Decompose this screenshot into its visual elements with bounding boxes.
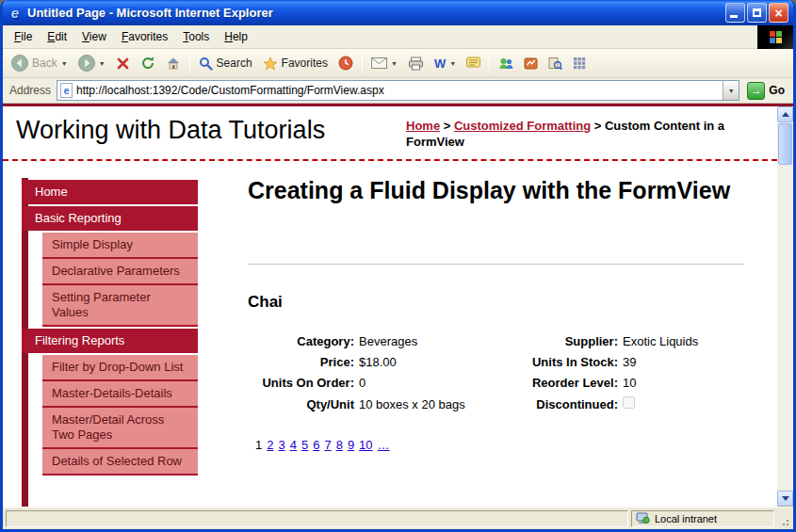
pager-link[interactable]: 4 (290, 438, 297, 452)
page-title: Creating a Fluid Display with the FormVi… (248, 178, 744, 203)
search-label: Search (217, 56, 252, 70)
field-value: 10 (623, 376, 744, 390)
chart-tool-button[interactable] (519, 54, 543, 73)
sidebar-item-master-detail-across-two-pages[interactable]: Master/Detail Across Two Pages (42, 408, 198, 449)
field-value: 0 (359, 376, 508, 390)
edit-word-icon: W (434, 56, 446, 71)
favorites-button[interactable]: Favorites (258, 54, 333, 73)
menu-item-help[interactable]: Help (217, 26, 255, 47)
back-button[interactable]: Back ▼ (7, 52, 73, 74)
site-title: Working with Data Tutorials (16, 116, 325, 145)
scroll-up-button[interactable] (777, 106, 793, 122)
print-button[interactable] (403, 54, 429, 73)
field-label: Qty/Unit (248, 397, 359, 411)
local-intranet-icon (636, 512, 650, 524)
menu-bar: File Edit View Favorites Tools Help (3, 25, 793, 49)
menu-item-view[interactable]: View (74, 26, 114, 47)
messenger-button[interactable] (494, 54, 518, 73)
pager-link[interactable]: 8 (336, 438, 343, 452)
pager-link[interactable]: 7 (324, 438, 331, 452)
scrollbar-track[interactable] (777, 122, 793, 491)
field-label: Supplier: (508, 334, 623, 348)
pager-link[interactable]: 5 (301, 438, 308, 452)
main-content: Creating a Fluid Display with the FormVi… (248, 174, 744, 452)
pager: 12345678910… (248, 438, 744, 452)
discuss-button[interactable] (462, 54, 485, 73)
go-button[interactable]: → Go (745, 82, 787, 100)
maximize-button[interactable] (747, 3, 767, 23)
minimize-button[interactable] (725, 3, 745, 23)
refresh-icon (140, 56, 155, 71)
resize-grip[interactable] (777, 510, 790, 527)
sidebar-item-details-of-selected-row[interactable]: Details of Selected Row (42, 449, 198, 476)
search-button[interactable]: Search (194, 54, 257, 73)
favorites-label: Favorites (282, 56, 328, 70)
standard-toolbar: Back ▼ ▼ Search Favorites (3, 49, 793, 78)
history-button[interactable] (333, 53, 358, 73)
sidebar-item-declarative-parameters[interactable]: Declarative Parameters (42, 259, 198, 285)
go-label: Go (769, 84, 785, 97)
forward-button[interactable]: ▼ (73, 52, 110, 74)
pager-link[interactable]: 10 (359, 438, 372, 452)
back-label: Back (32, 56, 57, 70)
menu-item-favorites[interactable]: Favorites (114, 26, 175, 47)
minimize-icon (730, 15, 738, 18)
mail-button[interactable]: ▼ (366, 55, 402, 72)
field-value: 39 (623, 355, 744, 369)
pager-link[interactable]: 3 (278, 438, 284, 452)
toolbar-separator (362, 53, 363, 73)
page-icon: e (60, 83, 73, 98)
web-page: Working with Data Tutorials Home > Custo… (3, 106, 777, 507)
breadcrumb-separator: > (444, 119, 451, 133)
toolbar-separator (489, 53, 490, 73)
home-button[interactable] (161, 53, 186, 73)
breadcrumb-separator: > (594, 119, 602, 133)
sidebar-item-master-details-details[interactable]: Master-Details-Details (42, 381, 198, 408)
refresh-button[interactable] (136, 53, 160, 73)
breadcrumb-link-customized-formatting[interactable]: Customized Formatting (454, 119, 591, 133)
sidebar-item-simple-display[interactable]: Simple Display (42, 233, 198, 259)
mail-icon (371, 57, 387, 69)
go-arrow-icon: → (747, 82, 765, 100)
research-button[interactable] (544, 54, 567, 73)
sidebar-item-setting-parameter-values[interactable]: Setting Parameter Values (42, 285, 198, 327)
status-bar: Local intranet (3, 507, 793, 529)
breadcrumb-link-home[interactable]: Home (406, 119, 440, 133)
scroll-down-button[interactable] (777, 491, 793, 507)
breadcrumb: Home > Customized Formatting > Custom Co… (406, 118, 745, 150)
pager-link[interactable]: 9 (348, 438, 354, 452)
field-label: Price: (248, 355, 359, 369)
title-bar[interactable]: e Untitled Page - Microsoft Internet Exp… (3, 0, 793, 25)
field-label: Units On Order: (248, 376, 359, 390)
menu-item-tools[interactable]: Tools (175, 26, 217, 47)
address-dropdown-button[interactable]: ▼ (723, 81, 739, 100)
pager-link-ellipsis[interactable]: … (378, 438, 390, 452)
stop-icon (116, 56, 130, 71)
browser-window: e Untitled Page - Microsoft Internet Exp… (0, 0, 796, 532)
sidebar-item-filter-by-dropdown-list[interactable]: Filter by Drop-Down List (42, 355, 198, 381)
scrollbar-thumb[interactable] (778, 123, 792, 165)
chart-tool-icon (524, 56, 538, 71)
sidebar-nav: Home Basic Reporting Simple Display Decl… (22, 178, 198, 476)
sidebar-item-filtering-reports[interactable]: Filtering Reports (22, 329, 198, 353)
discontinued-checkbox (623, 396, 635, 409)
stop-button[interactable] (111, 54, 135, 73)
sidebar-item-home[interactable]: Home (22, 180, 198, 204)
grid-tool-button[interactable] (568, 54, 591, 73)
address-input[interactable] (73, 84, 723, 97)
edit-button[interactable]: W ▼ (430, 54, 461, 73)
menu-item-edit[interactable]: Edit (40, 26, 74, 47)
window-title: Untitled Page - Microsoft Internet Explo… (27, 6, 721, 20)
search-icon (199, 56, 213, 71)
field-label: Units In Stock: (508, 355, 623, 369)
pager-link[interactable]: 2 (267, 438, 273, 452)
pager-current-page: 1 (255, 438, 262, 452)
sidebar-item-basic-reporting[interactable]: Basic Reporting (22, 206, 198, 231)
close-button[interactable]: × (769, 3, 788, 23)
address-label: Address (9, 84, 51, 97)
grid-icon (573, 56, 586, 70)
chevron-down-icon: ▼ (728, 88, 735, 94)
pager-link[interactable]: 6 (313, 438, 319, 452)
browser-viewport: Working with Data Tutorials Home > Custo… (3, 104, 793, 507)
menu-item-file[interactable]: File (7, 26, 40, 47)
